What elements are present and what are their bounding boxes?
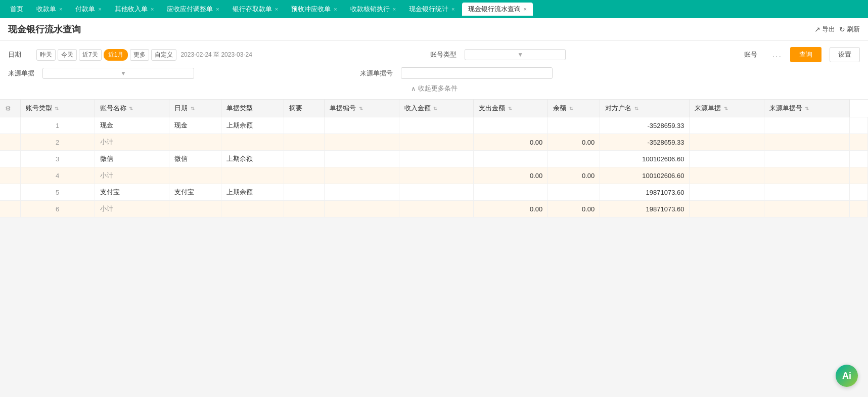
- nav-item-prepayment[interactable]: 预收冲应收单 ×: [285, 3, 343, 16]
- col-header-doc-no[interactable]: 单据编号 ⇅: [325, 100, 399, 117]
- nav-item-receipts[interactable]: 收款单 ×: [30, 3, 68, 16]
- col-header-account-name[interactable]: 账号名称 ⇅: [95, 100, 169, 117]
- cell-doc-type: [284, 167, 325, 184]
- row-settings-cell: [0, 151, 20, 167]
- cell-account-type: 微信: [95, 151, 169, 167]
- date-range-text: 2023-02-24 至 2023-03-24: [180, 51, 252, 59]
- table-row: 4小计0.000.00100102606.60: [0, 167, 868, 184]
- date-1month-btn[interactable]: 近1月: [104, 49, 128, 61]
- row-settings-cell: [0, 134, 20, 151]
- col-header-account-type[interactable]: 账号类型 ⇅: [20, 100, 95, 117]
- source-doc-no-input[interactable]: [405, 69, 548, 77]
- collapse-conditions-bar[interactable]: ∧ 收起更多条件: [8, 84, 860, 93]
- col-header-source-doc-no[interactable]: 来源单据号 ⇅: [764, 100, 849, 117]
- nav-item-payments[interactable]: 付款单 ×: [69, 3, 107, 16]
- cell-summary: [325, 134, 399, 151]
- cell-expense: [548, 151, 600, 167]
- cell-date: 上期余额: [221, 151, 284, 167]
- close-icon[interactable]: ×: [334, 6, 337, 12]
- gear-icon[interactable]: ⚙: [5, 105, 11, 112]
- col-header-balance[interactable]: 余额 ⇅: [548, 100, 600, 117]
- date-more-btn[interactable]: 更多: [130, 49, 149, 61]
- row-settings-cell: [0, 201, 20, 217]
- row-number: 3: [20, 151, 95, 167]
- col-header-counterpart[interactable]: 对方户名 ⇅: [600, 100, 690, 117]
- nav-item-cash-bank-flow[interactable]: 现金银行流水查询 ×: [462, 3, 533, 16]
- cell-account-type: 小计: [95, 134, 169, 151]
- nav-item-adjustments[interactable]: 应收应付调整单 ×: [161, 3, 225, 16]
- page-header: 现金银行流水查询 ↗ 导出 ↻ 刷新: [0, 18, 868, 41]
- row-settings-cell: [0, 184, 20, 201]
- row-number: 6: [20, 201, 95, 217]
- cell-expense: 0.00: [548, 201, 600, 217]
- cell-income: 0.00: [473, 167, 547, 184]
- cell-date: 上期余额: [221, 184, 284, 201]
- cell-expense: 0.00: [548, 134, 600, 151]
- table-row: 5支付宝支付宝上期余额19871073.60: [0, 184, 868, 201]
- cell-doc-type: [284, 184, 325, 201]
- cell-doc-type: [284, 117, 325, 134]
- col-header-source-doc[interactable]: 来源单据 ⇅: [690, 100, 764, 117]
- cell-account-name: 支付宝: [169, 184, 221, 201]
- nav-item-collection-exec[interactable]: 收款核销执行 ×: [344, 3, 402, 16]
- query-button[interactable]: 查询: [790, 47, 821, 62]
- date-label: 日期: [8, 50, 28, 59]
- close-icon[interactable]: ×: [59, 6, 62, 12]
- cell-doc-no: [399, 151, 473, 167]
- close-icon[interactable]: ×: [393, 6, 396, 12]
- table-row: 3微信微信上期余额100102606.60: [0, 151, 868, 167]
- account-type-select[interactable]: ▼: [465, 49, 566, 60]
- sort-icon: ⇅: [359, 106, 363, 111]
- cell-summary: [325, 184, 399, 201]
- cell-income: [473, 184, 547, 201]
- sort-icon: ⇅: [433, 106, 437, 111]
- col-header-expense[interactable]: 支出金额 ⇅: [473, 100, 547, 117]
- account-type-label: 账号类型: [430, 50, 456, 59]
- settings-col-header[interactable]: ⚙: [0, 100, 20, 117]
- date-custom-btn[interactable]: 自定义: [151, 49, 176, 61]
- nav-item-cash-bank-stats[interactable]: 现金银行统计 ×: [403, 3, 461, 16]
- cell-balance: 19871073.60: [600, 201, 690, 217]
- col-header-doc-type: 单据类型: [221, 100, 284, 117]
- date-today-btn[interactable]: 今天: [58, 49, 77, 61]
- settings-button[interactable]: 设置: [830, 47, 860, 62]
- close-icon[interactable]: ×: [216, 6, 219, 12]
- col-header-date[interactable]: 日期 ⇅: [169, 100, 221, 117]
- cell-doc-no: [399, 201, 473, 217]
- cell-balance: 19871073.60: [600, 184, 690, 201]
- cell-date: 上期余额: [221, 117, 284, 134]
- export-button[interactable]: ↗ 导出: [814, 25, 835, 34]
- cell-account-type: 支付宝: [95, 184, 169, 201]
- cell-income: [473, 117, 547, 134]
- row-number: 5: [20, 184, 95, 201]
- source-doc-select[interactable]: ▼: [42, 68, 194, 79]
- close-icon[interactable]: ×: [275, 6, 278, 12]
- nav-item-home[interactable]: 首页: [4, 3, 29, 16]
- cell-source-doc: [764, 117, 849, 134]
- date-yesterday-btn[interactable]: 昨天: [36, 49, 56, 61]
- refresh-button[interactable]: ↻ 刷新: [839, 25, 860, 34]
- cell-source-doc-no: [850, 184, 868, 201]
- cell-source-doc-no: [850, 134, 868, 151]
- close-icon[interactable]: ×: [98, 6, 101, 12]
- table-row: 2小计0.000.00-3528659.33: [0, 134, 868, 151]
- col-header-income[interactable]: 收入金额 ⇅: [399, 100, 473, 117]
- account-dots-btn[interactable]: ...: [772, 50, 782, 59]
- cell-account-name: [169, 167, 221, 184]
- cell-income: [473, 151, 547, 167]
- cell-counterpart: [690, 167, 764, 184]
- date-shortcuts: 昨天 今天 近7天 近1月 更多 自定义 2023-02-24 至 2023-0…: [36, 49, 252, 61]
- sort-icon: ⇅: [569, 106, 573, 111]
- cell-account-name: 微信: [169, 151, 221, 167]
- date-7days-btn[interactable]: 近7天: [79, 49, 102, 61]
- nav-item-bank-deposits[interactable]: 银行存取款单 ×: [226, 3, 284, 16]
- sort-icon: ⇅: [191, 106, 195, 111]
- close-icon[interactable]: ×: [151, 6, 154, 12]
- header-actions: ↗ 导出 ↻ 刷新: [814, 25, 860, 34]
- sort-icon: ⇅: [724, 106, 728, 111]
- nav-item-other-income[interactable]: 其他收入单 ×: [109, 3, 160, 16]
- close-icon[interactable]: ×: [451, 6, 454, 12]
- table-body: 1现金现金上期余额-3528659.332小计0.000.00-3528659.…: [0, 117, 868, 217]
- close-icon[interactable]: ×: [524, 6, 527, 12]
- cell-expense: [548, 184, 600, 201]
